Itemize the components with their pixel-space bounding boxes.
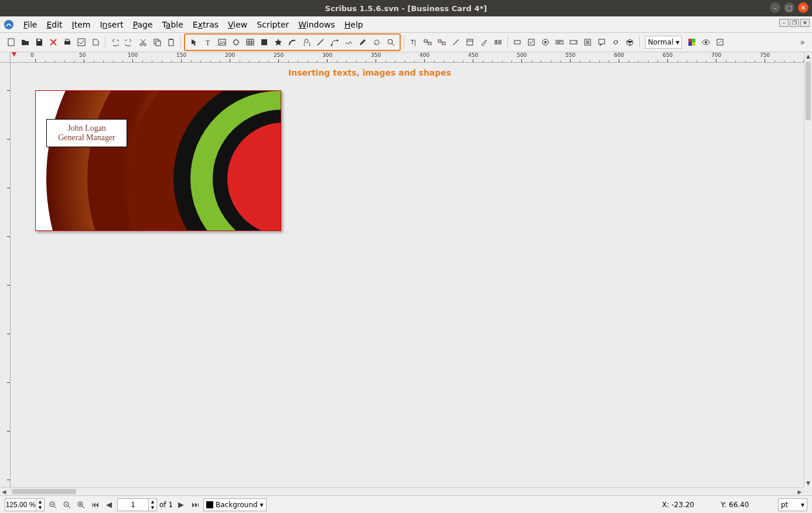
titlebar: Scribus 1.5.6.svn - [Business Card 4*] –…: [0, 0, 812, 16]
svg-rect-10: [169, 39, 173, 46]
svg-rect-31: [556, 40, 563, 44]
svg-rect-16: [247, 39, 254, 45]
print-icon[interactable]: [61, 36, 74, 49]
redo-icon[interactable]: [122, 36, 135, 49]
toolbar-overflow-icon[interactable]: »: [797, 38, 807, 47]
menu-item[interactable]: Item: [67, 19, 95, 30]
menu-edit[interactable]: Edit: [42, 19, 67, 30]
unlink-frames-icon[interactable]: [435, 36, 448, 49]
window-close-button[interactable]: ✕: [798, 2, 808, 13]
new-file-icon[interactable]: [5, 36, 18, 49]
svg-point-20: [388, 39, 393, 44]
zoom-icon[interactable]: [384, 36, 397, 49]
mdi-minimize-button[interactable]: –: [779, 19, 789, 27]
freehand-icon[interactable]: [342, 36, 355, 49]
pdf-radiobutton-icon[interactable]: [539, 36, 552, 49]
svg-point-7: [144, 43, 146, 46]
window-title: Scribus 1.5.6.svn - [Business Card 4*]: [325, 4, 487, 13]
menu-table[interactable]: Table: [158, 19, 188, 30]
pdf-3d-icon[interactable]: [623, 36, 636, 49]
svg-point-0: [4, 20, 13, 29]
svg-rect-34: [599, 39, 605, 44]
svg-point-40: [705, 41, 707, 43]
spiral-icon[interactable]: [300, 36, 313, 49]
svg-point-14: [220, 41, 221, 42]
pdf-link-icon[interactable]: [609, 36, 622, 49]
mdi-restore-button[interactable]: ❐: [790, 19, 799, 27]
eyedropper-icon[interactable]: [477, 36, 490, 49]
window-maximize-button[interactable]: □: [784, 2, 794, 13]
image-frame-icon[interactable]: [216, 36, 228, 49]
svg-rect-23: [428, 42, 431, 45]
pdf-annotation-icon[interactable]: [595, 36, 608, 49]
svg-rect-36: [692, 39, 695, 42]
menu-help[interactable]: Help: [340, 19, 368, 30]
svg-point-15: [234, 40, 238, 45]
cut-icon[interactable]: [137, 36, 149, 49]
text-frame-icon[interactable]: T: [202, 36, 214, 49]
toggle-color-mgmt-icon[interactable]: [685, 36, 698, 49]
menu-windows[interactable]: Windows: [294, 19, 340, 30]
pdf-listbox-icon[interactable]: [581, 36, 594, 49]
measure-icon[interactable]: [449, 36, 462, 49]
svg-rect-37: [688, 42, 692, 46]
pdf-checkbox-icon[interactable]: [525, 36, 538, 49]
pdf-combobox-icon[interactable]: [567, 36, 580, 49]
close-doc-icon[interactable]: [47, 36, 60, 49]
svg-text:T|: T|: [410, 39, 416, 46]
calligraphic-icon[interactable]: [356, 36, 369, 49]
preflight-icon[interactable]: [75, 36, 88, 49]
polygon-icon[interactable]: [272, 36, 285, 49]
svg-point-19: [337, 40, 339, 42]
svg-point-30: [544, 41, 547, 43]
app-icon: [4, 19, 14, 30]
render-frame-icon[interactable]: [230, 36, 243, 49]
open-file-icon[interactable]: [19, 36, 32, 49]
svg-rect-22: [424, 40, 427, 42]
edit-in-preview-icon[interactable]: [714, 36, 726, 49]
paste-icon[interactable]: [165, 36, 178, 49]
menu-extras[interactable]: Extras: [188, 19, 223, 30]
svg-rect-27: [514, 40, 520, 44]
preview-icon[interactable]: [700, 36, 712, 49]
svg-rect-1: [8, 39, 14, 46]
preview-mode-select[interactable]: Normal ▾: [645, 36, 682, 49]
window-minimize-button[interactable]: –: [770, 2, 780, 13]
rotate-icon[interactable]: [370, 36, 383, 49]
menu-page[interactable]: Page: [128, 19, 158, 30]
link-frames-icon[interactable]: [421, 36, 434, 49]
svg-rect-17: [261, 39, 267, 45]
preview-mode-label: Normal: [648, 38, 673, 46]
menu-insert[interactable]: Insert: [95, 19, 128, 30]
pdf-textfield-icon[interactable]: [553, 36, 566, 49]
svg-point-18: [331, 45, 333, 46]
shape-icon[interactable]: [258, 36, 271, 49]
pdf-pushbutton-icon[interactable]: [511, 36, 524, 49]
menu-file[interactable]: File: [19, 19, 42, 30]
svg-point-6: [140, 43, 142, 46]
svg-rect-9: [156, 41, 161, 46]
line-icon[interactable]: [314, 36, 327, 49]
edit-text-icon[interactable]: T|: [407, 36, 420, 49]
svg-rect-25: [442, 42, 445, 45]
svg-rect-26: [467, 39, 473, 45]
table-icon[interactable]: [244, 36, 257, 49]
select-tool-icon[interactable]: [187, 36, 200, 49]
svg-rect-24: [438, 40, 441, 42]
export-pdf-icon[interactable]: [89, 36, 102, 49]
copy-icon[interactable]: [151, 36, 163, 49]
svg-rect-35: [688, 39, 692, 42]
save-icon[interactable]: [33, 36, 46, 49]
svg-rect-2: [37, 39, 40, 41]
menu-view[interactable]: View: [223, 19, 252, 30]
menubar: File Edit Item Insert Page Table Extras …: [0, 16, 812, 33]
toolbar: T T| Normal ▾ »: [0, 33, 812, 52]
bezier-icon[interactable]: [328, 36, 341, 49]
barcode-icon[interactable]: [492, 36, 504, 49]
undo-icon[interactable]: [108, 36, 121, 49]
chevron-down-icon: ▾: [675, 38, 679, 46]
mdi-close-button[interactable]: ✕: [800, 19, 810, 27]
arc-icon[interactable]: [286, 36, 299, 49]
copy-properties-icon[interactable]: [463, 36, 476, 49]
menu-scripter[interactable]: Scripter: [252, 19, 294, 30]
